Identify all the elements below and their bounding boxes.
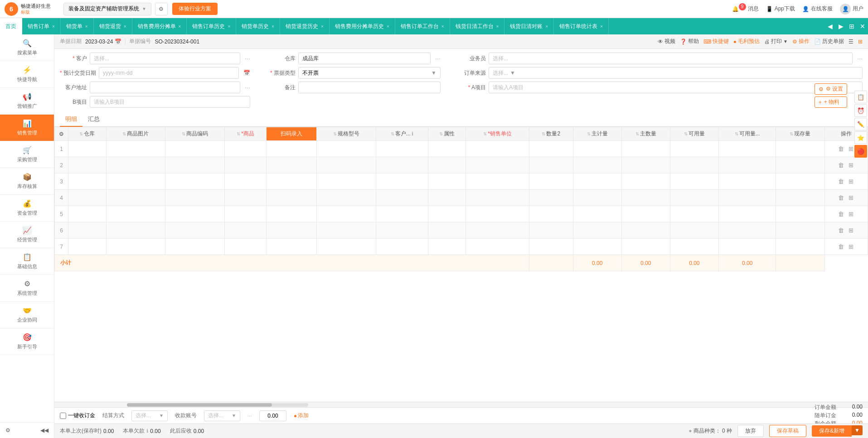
tab-home[interactable]: 首页 bbox=[0, 18, 22, 34]
a-project-input[interactable]: 请输入A项目 bbox=[489, 82, 863, 93]
receipt-select[interactable]: 选择... ▼ bbox=[204, 410, 240, 421]
copy-icon[interactable]: ⊞ bbox=[847, 210, 855, 218]
delete-icon[interactable]: 🗑 bbox=[837, 243, 845, 251]
calendar-icon[interactable]: 📅 bbox=[243, 70, 250, 76]
row-customer-code[interactable] bbox=[376, 141, 428, 157]
close-icon[interactable]: × bbox=[272, 24, 274, 29]
row-stock[interactable] bbox=[776, 141, 824, 157]
tab-summary[interactable]: 汇总 bbox=[82, 112, 105, 127]
scrollbar-thumb[interactable] bbox=[127, 403, 272, 407]
save-new-btn[interactable]: 保存&新增 bbox=[812, 425, 852, 437]
sidebar-item-finance[interactable]: 💰 资金管理 bbox=[0, 195, 54, 221]
sidebar-item-purchase[interactable]: 🛒 采购管理 bbox=[0, 141, 54, 168]
delete-icon[interactable]: 🗑 bbox=[837, 226, 845, 235]
close-icon[interactable]: × bbox=[496, 24, 499, 29]
warehouse-more-icon[interactable]: ··· bbox=[435, 55, 441, 62]
nav-prev-btn[interactable]: ◀ bbox=[824, 18, 835, 34]
copy-icon[interactable]: ⊞ bbox=[847, 243, 855, 251]
system-title-area[interactable]: 装备及固定资产辅助管理系统 ▼ bbox=[63, 3, 151, 15]
app-download-btn[interactable]: 📱 App下载 bbox=[766, 5, 795, 13]
collapse-icon[interactable]: ◀◀ bbox=[40, 427, 48, 433]
sidebar-item-system[interactable]: ⚙ 系统管理 bbox=[0, 275, 54, 302]
col-gear[interactable]: ⚙ bbox=[55, 127, 68, 141]
tab-cash-account[interactable]: 钱货日清对账 × bbox=[504, 18, 554, 34]
tab-cash-workbench[interactable]: 钱货日清工作台 × bbox=[450, 18, 505, 34]
close-icon[interactable]: × bbox=[545, 24, 548, 29]
info-icon[interactable]: ℹ bbox=[146, 428, 148, 434]
salesperson-input[interactable]: 选择... bbox=[489, 53, 853, 64]
date-value[interactable]: 2023-03-24 📅 bbox=[85, 39, 121, 45]
sidebar-item-basicinfo[interactable]: 📋 基础信息 bbox=[0, 248, 54, 275]
float-btn-edit[interactable]: ✏️ bbox=[854, 118, 867, 130]
ellipsis-icon[interactable]: ··· bbox=[247, 413, 252, 419]
tab-sales-order[interactable]: 销售订单 × bbox=[22, 18, 61, 34]
settings-btn[interactable]: ⚙ ⚙ 设置 bbox=[815, 83, 847, 95]
nav-close-btn[interactable]: ✕ bbox=[857, 18, 868, 34]
sidebar-item-marketing[interactable]: 📢 营销推广 bbox=[0, 88, 54, 115]
user-btn[interactable]: 👤 用户 bbox=[840, 4, 863, 14]
tab-detail[interactable]: 明细 bbox=[60, 112, 82, 127]
sidebar-item-business[interactable]: 📈 经营管理 bbox=[0, 221, 54, 248]
industry-btn[interactable]: 体验行业方案 bbox=[172, 3, 218, 15]
row-spec[interactable] bbox=[317, 141, 376, 157]
settings-icon[interactable]: ⚙ bbox=[155, 3, 168, 15]
customer-input[interactable]: 选择... bbox=[90, 53, 240, 64]
row-main-unit[interactable] bbox=[573, 141, 621, 157]
order-source-select[interactable]: 选择... ▼ bbox=[489, 67, 863, 79]
delete-icon[interactable]: 🗑 bbox=[837, 161, 845, 169]
tab-return-history[interactable]: 销货退货历史 × bbox=[280, 18, 330, 34]
row-unit[interactable] bbox=[466, 141, 529, 157]
row-qty2[interactable] bbox=[529, 141, 573, 157]
close-icon[interactable]: × bbox=[387, 24, 389, 29]
nav-next-btn[interactable]: ▶ bbox=[835, 18, 846, 34]
discard-btn[interactable]: 放弃 bbox=[737, 425, 764, 437]
operation-btn[interactable]: ⚙ 操作 bbox=[792, 38, 810, 45]
float-btn-alert[interactable]: 🔴 bbox=[854, 145, 867, 158]
row-available2[interactable] bbox=[718, 141, 776, 157]
remark-input[interactable] bbox=[298, 82, 441, 93]
history-btn[interactable]: 📄 历史单据 bbox=[814, 38, 844, 45]
messages-btn[interactable]: 🔔 9 消息 bbox=[732, 5, 759, 13]
row-main-qty[interactable] bbox=[621, 141, 670, 157]
tab-invoice[interactable]: 销货单 × bbox=[61, 18, 94, 34]
row-scan[interactable] bbox=[267, 141, 317, 157]
close-icon[interactable]: × bbox=[600, 24, 603, 29]
row-warehouse[interactable] bbox=[68, 141, 107, 157]
delete-icon[interactable]: 🗑 bbox=[837, 178, 845, 186]
float-btn-clipboard[interactable]: 📋 bbox=[854, 91, 867, 103]
close-icon[interactable]: × bbox=[441, 24, 444, 29]
close-icon[interactable]: × bbox=[179, 24, 181, 29]
save-new-dropdown-btn[interactable]: ▼ bbox=[852, 425, 863, 435]
gear-icon[interactable]: ⚙ bbox=[5, 427, 10, 433]
tab-sales-return[interactable]: 销货退货 × bbox=[94, 18, 132, 34]
shortcut-btn[interactable]: ⌨ 快捷键 bbox=[703, 38, 729, 45]
material-btn[interactable]: + + 物料 bbox=[815, 96, 847, 108]
list-view-btn[interactable]: ☰ bbox=[849, 39, 853, 45]
tab-fee-history[interactable]: 销售费用分摊单历史 × bbox=[330, 18, 395, 34]
save-draft-btn[interactable]: 保存草稿 bbox=[769, 425, 806, 437]
copy-icon[interactable]: ⊞ bbox=[847, 161, 855, 169]
tab-sales-order-history[interactable]: 销售订单历史 × bbox=[187, 18, 236, 34]
close-icon[interactable]: × bbox=[52, 24, 55, 29]
row-image[interactable] bbox=[106, 141, 165, 157]
grid-view-btn[interactable]: ⊞ bbox=[858, 39, 863, 45]
address-input[interactable] bbox=[90, 82, 240, 93]
sidebar-item-search[interactable]: 🔍 搜索菜单 bbox=[0, 34, 54, 61]
sidebar-item-inventory[interactable]: 📦 库存核算 bbox=[0, 168, 54, 195]
sidebar-item-quicknav[interactable]: ⚡ 快捷导航 bbox=[0, 61, 54, 88]
close-icon[interactable]: × bbox=[228, 24, 230, 29]
copy-icon[interactable]: ⊞ bbox=[847, 178, 855, 186]
salesperson-more-icon[interactable]: ··· bbox=[857, 55, 863, 62]
row-goods[interactable] bbox=[224, 141, 267, 157]
tab-order-workbench[interactable]: 销售订单工作台 × bbox=[395, 18, 450, 34]
customer-more-icon[interactable]: ··· bbox=[245, 55, 250, 62]
view-btn[interactable]: 👁 视频 bbox=[658, 38, 675, 45]
nav-more-btn[interactable]: ⊞ bbox=[846, 18, 857, 34]
sidebar-item-guide[interactable]: 🎯 新手引导 bbox=[0, 328, 54, 355]
sidebar-item-sales[interactable]: 📊 销售管理 bbox=[0, 115, 54, 141]
warehouse-input[interactable]: 成品库 bbox=[298, 53, 431, 64]
copy-icon[interactable]: ⊞ bbox=[847, 194, 855, 202]
print-btn[interactable]: 🖨 打印 ▼ bbox=[764, 38, 788, 45]
b-project-input[interactable]: 请输入B项目 bbox=[90, 96, 250, 108]
online-service-btn[interactable]: 👤 在线客服 bbox=[802, 5, 833, 13]
